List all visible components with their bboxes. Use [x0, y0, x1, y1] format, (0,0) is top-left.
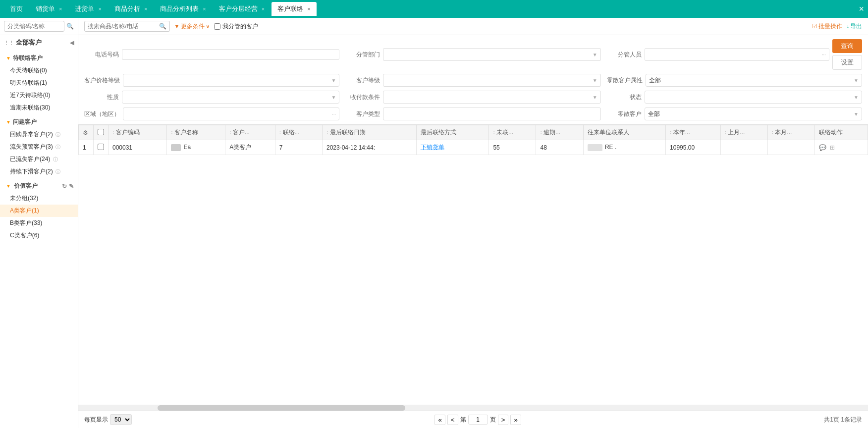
nav-tab-purchase[interactable]: 进货单 × — [69, 2, 107, 16]
sidebar-search-icon[interactable]: 🔍 — [66, 23, 74, 30]
scroll-thumb[interactable] — [158, 405, 405, 411]
name-avatar — [171, 144, 181, 151]
retail-attr-select[interactable]: 全部 ▼ — [646, 74, 862, 87]
area-select[interactable]: ··· — [123, 107, 339, 120]
retail-attr-label: 零散客户属性 — [607, 76, 643, 85]
pagination-bar: 每页显示 50 « < 第 页 > » 共1页 1条记录 — [78, 411, 868, 428]
status-filter-row: 状态 ▼ — [607, 91, 862, 104]
content-area: 🔍 ▼ 更多条件 ∨ 我分管的客户 ☑ 批量操作 ↓ 导出 — [78, 18, 868, 428]
retail-customer-filter-row: 零散客户 全部 ▼ — [607, 107, 862, 120]
customer-grade-select[interactable]: ▼ — [383, 74, 600, 87]
sidebar-item-7days[interactable]: 近7天待联络(0) — [0, 89, 78, 102]
td-last-month — [720, 140, 767, 155]
customer-type-filter-row: 客户类型 — [345, 107, 600, 120]
customer-type-label: 客户类型 — [345, 110, 380, 118]
status-select[interactable]: ▼ — [645, 91, 862, 104]
nav-tab-customer-contact[interactable]: 客户联络 × — [271, 2, 316, 16]
filter-search-input[interactable] — [88, 23, 157, 30]
chat-action-icon[interactable]: 💬 — [819, 144, 826, 151]
close-all-tabs[interactable]: × — [859, 4, 864, 13]
close-purchase-tab[interactable]: × — [98, 2, 101, 16]
prev-page-button[interactable]: < — [447, 415, 458, 425]
th-code: : 客户编码 — [108, 125, 167, 140]
price-grade-filter-row: 客户价格等级 ▼ — [84, 74, 339, 87]
collapse-sidebar-icon[interactable]: ◀ — [70, 40, 74, 46]
sidebar-search-input[interactable] — [4, 21, 64, 32]
sidebar-item-c-class[interactable]: C类客户(6) — [0, 229, 78, 242]
filter-bar: 🔍 ▼ 更多条件 ∨ 我分管的客户 ☑ 批量操作 ↓ 导出 — [78, 18, 868, 35]
filter-search-icon[interactable]: 🔍 — [159, 23, 166, 30]
td-name: Ea — [167, 140, 225, 155]
nav-home[interactable]: 首页 — [4, 2, 29, 16]
sidebar-item-b-class[interactable]: B类客户(33) — [0, 217, 78, 229]
right-actions: ☑ 批量操作 ↓ 导出 — [812, 22, 862, 31]
table-settings-icon[interactable]: ⚙ — [83, 129, 88, 136]
page-size-select[interactable]: 50 — [110, 414, 132, 425]
nav-tab-sales[interactable]: 销货单 × — [30, 2, 68, 16]
first-page-button[interactable]: « — [434, 415, 445, 425]
sidebar-all-customers[interactable]: ⋮⋮ 全部客户 ◀ — [0, 35, 78, 50]
query-actions: 查询 设置 — [832, 39, 862, 70]
close-sales-tab[interactable]: × — [59, 2, 62, 16]
nature-select[interactable]: ▼ — [122, 91, 339, 104]
td-overdue: 48 — [536, 140, 583, 155]
person-select[interactable]: ··· — [645, 48, 829, 61]
th-name: : 客户名称 — [167, 125, 225, 140]
close-analysis-list-tab[interactable]: × — [203, 2, 206, 16]
price-grade-select[interactable]: ▼ — [123, 74, 339, 87]
page-number-input[interactable] — [468, 415, 488, 425]
sidebar-item-tomorrow[interactable]: 明天待联络(1) — [0, 77, 78, 89]
data-table-area: ⚙ : 客户编码 : 客户名称 : 客户... : 联络... : 最后联络日期… — [78, 125, 868, 405]
select-all-checkbox[interactable] — [98, 129, 104, 135]
grid-action-icon[interactable]: ⊞ — [830, 144, 835, 151]
td-unit-contact: RE . — [583, 140, 665, 155]
nav-tab-analysis[interactable]: 商品分析 × — [108, 2, 153, 16]
batch-operation-button[interactable]: ☑ 批量操作 — [812, 22, 842, 31]
nav-tab-analysis-list[interactable]: 商品分析列表 × — [154, 2, 212, 16]
more-filter-button[interactable]: ▼ 更多条件 ∨ — [174, 22, 210, 31]
page-size-control: 每页显示 50 — [84, 414, 132, 425]
info-icon-declining: ⓘ — [55, 169, 60, 174]
my-customers-check[interactable] — [214, 23, 220, 30]
sidebar-item-lost[interactable]: 已流失客户(24) ⓘ — [0, 153, 78, 165]
table-row: 1 000031 Ea A类客户 7 2023-04-12 14:44: — [79, 140, 868, 155]
close-customer-contact-tab[interactable]: × — [307, 2, 310, 16]
dept-select[interactable]: ▼ — [383, 48, 600, 61]
customers-table: ⚙ : 客户编码 : 客户名称 : 客户... : 联络... : 最后联络日期… — [78, 125, 868, 155]
next-page-button[interactable]: > — [498, 415, 509, 425]
sidebar-item-unclassified[interactable]: 未分组(32) — [0, 192, 78, 205]
refresh-value-icon[interactable]: ↻ — [62, 183, 67, 190]
sidebar-item-today[interactable]: 今天待联络(0) — [0, 64, 78, 77]
nav-tab-customer-mgmt[interactable]: 客户分层经营 × — [213, 2, 271, 16]
phone-input[interactable] — [122, 49, 339, 60]
info-icon-lost: ⓘ — [53, 157, 58, 162]
customer-type-select[interactable] — [383, 107, 600, 120]
retail-customer-select[interactable]: 全部 ▼ — [645, 107, 862, 120]
close-customer-mgmt-tab[interactable]: × — [262, 2, 265, 16]
my-customers-checkbox[interactable]: 我分管的客户 — [214, 22, 258, 31]
last-page-button[interactable]: » — [510, 415, 521, 425]
last-method-link[interactable]: 下销货单 — [421, 144, 444, 151]
phone-label: 电话号码 — [84, 51, 119, 59]
payment-select[interactable]: ▼ — [383, 91, 600, 104]
settings-button[interactable]: 设置 — [832, 55, 862, 70]
sidebar-item-overdue[interactable]: 逾期未联络(30) — [0, 102, 78, 114]
nature-label: 性质 — [84, 93, 119, 102]
area-label: 区域（地区） — [84, 110, 120, 118]
edit-value-icon[interactable]: ✎ — [69, 183, 74, 190]
query-button[interactable]: 查询 — [832, 39, 862, 53]
sidebar-item-abnormal[interactable]: 回购异常客户(2) ⓘ — [0, 128, 78, 141]
nature-filter-row: 性质 ▼ — [84, 91, 339, 104]
area-filter-row: 区域（地区） ··· — [84, 107, 339, 120]
sidebar-item-a-class[interactable]: A类客户(1) — [0, 205, 78, 217]
price-grade-label: 客户价格等级 — [84, 76, 120, 85]
close-analysis-tab[interactable]: × — [144, 2, 147, 16]
table-header-row: ⚙ : 客户编码 : 客户名称 : 客户... : 联络... : 最后联络日期… — [79, 125, 868, 140]
sidebar-item-declining[interactable]: 持续下滑客户(2) ⓘ — [0, 165, 78, 178]
horizontal-scrollbar[interactable] — [78, 405, 868, 411]
row-checkbox[interactable] — [98, 144, 104, 150]
export-button[interactable]: ↓ 导出 — [846, 22, 862, 31]
sidebar-item-warning[interactable]: 流失预警客户(3) ⓘ — [0, 141, 78, 153]
th-last-method: 最后联络方式 — [416, 125, 489, 140]
td-last-method[interactable]: 下销货单 — [416, 140, 489, 155]
